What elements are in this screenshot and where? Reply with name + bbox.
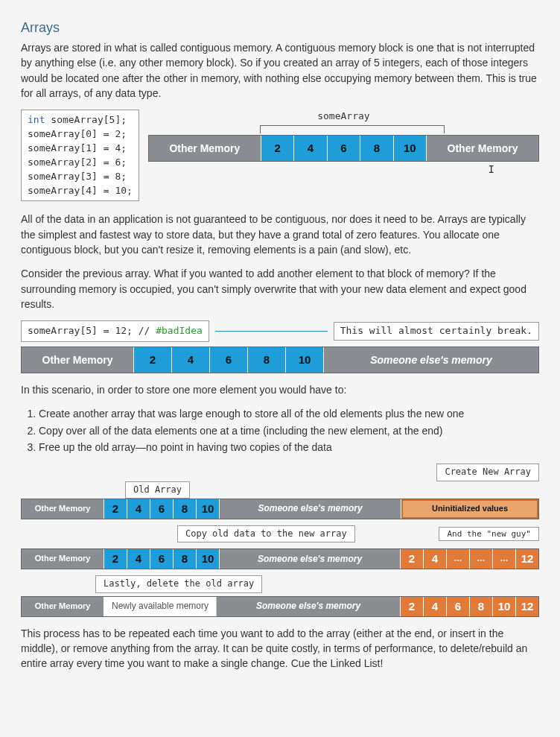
warning-note: This will almost certainly break. [334, 322, 539, 341]
step-lastly-delete: Lastly, delete the old array [95, 575, 262, 592]
memory-bar-5: Other Memory Newly available memory Some… [21, 596, 539, 617]
new-guy-label: And the "new guy" [439, 527, 539, 541]
step-create-new: Create New Array [436, 464, 539, 481]
other-memory-left: Other Memory [149, 136, 261, 161]
step-copy-old: Copy old data to the new array [177, 525, 355, 543]
memory-bar-2: Other Memory 2 4 6 8 10 Someone else's m… [21, 347, 539, 373]
old-array-label: Old Array [125, 481, 190, 499]
code-declaration: int someArray[5]; someArray[0] = 2; some… [21, 110, 139, 201]
cell: 8 [360, 136, 393, 161]
page-title: Arrays [21, 18, 539, 37]
cell: 4 [294, 136, 327, 161]
paragraph: All of the data in an application is not… [21, 212, 539, 257]
closing-paragraph: This process has to be repeated each tim… [21, 626, 539, 671]
list-item: Free up the old array—no point in having… [39, 440, 539, 455]
cell: 6 [328, 136, 360, 161]
cell: 10 [394, 136, 427, 161]
uninitialized-block: Uninitialized values [401, 499, 538, 519]
paragraph: In this scenario, in order to store one … [21, 382, 539, 397]
memory-bar-3: Other Memory 2 4 6 8 10 Someone else's m… [21, 499, 539, 519]
cell: 2 [261, 136, 294, 161]
array-label: someArray [148, 110, 539, 124]
code-bad-idea: someArray[5] = 12; // #badIdea [21, 320, 209, 342]
memory-bar-4: Other Memory 2 4 6 8 10 Someone else's m… [21, 548, 539, 569]
other-memory-right: Other Memory [427, 136, 538, 161]
text-cursor-icon: I [148, 162, 539, 177]
intro-paragraph: Arrays are stored in what is called cont… [21, 40, 539, 101]
paragraph: Consider the previous array. What if you… [21, 266, 539, 311]
memory-bar-1: Other Memory 2 4 6 8 10 Other Memory [148, 135, 539, 162]
list-item: Create another array that was large enou… [39, 406, 539, 421]
list-item: Copy over all of the data elements one a… [39, 423, 539, 438]
newly-available: Newly available memory [104, 597, 217, 616]
steps-list: Create another array that was large enou… [39, 406, 539, 455]
